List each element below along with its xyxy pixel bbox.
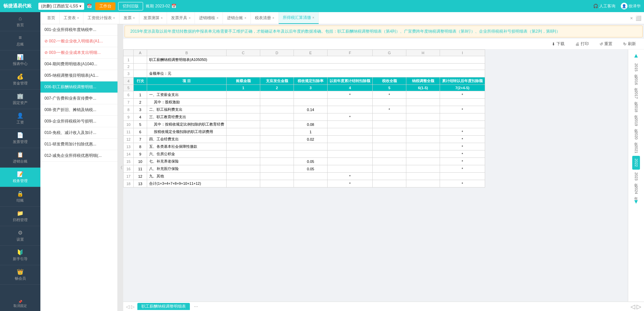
year-2019[interactable]: 2019年	[632, 115, 640, 129]
tab-purchase[interactable]: 进销稽核 ×	[195, 12, 223, 24]
ledger-icon: ≡	[19, 35, 22, 41]
form-list-item-001[interactable]: 001-企业所得税年度纳税申...	[40, 24, 117, 36]
year-2017[interactable]: 2017年	[632, 88, 640, 101]
switch-old-button[interactable]: 切到旧版	[118, 2, 143, 10]
bottom-nav-right[interactable]: ▷	[637, 303, 641, 310]
bottom-scroll-left[interactable]: ◁	[126, 304, 130, 309]
support-link[interactable]: 🎧 人工客询	[593, 3, 615, 9]
sidebar-item-member[interactable]: 👑 畅会员	[0, 265, 40, 285]
form-list-item-012[interactable]: 012-减免企业所得税优惠明细(...	[40, 150, 117, 162]
tab-maximize-icon[interactable]: ⬜	[636, 15, 641, 21]
col-f-header: F	[328, 50, 373, 56]
tab-purchase-ledger[interactable]: 进销台账 ×	[223, 12, 251, 24]
user-avatar[interactable]: 👤 徐泽华	[621, 3, 641, 9]
sidebar-item-archive[interactable]: 📁 归档管理	[0, 207, 40, 226]
print-button[interactable]: 🖨 打印	[573, 40, 591, 48]
tab-close-all-icon[interactable]: ×	[630, 15, 633, 21]
form-list-item-010[interactable]: 010-免税、减计收入及加计...	[40, 127, 117, 139]
year-2024[interactable]: 2024年	[632, 183, 640, 197]
sidebar-item-salary[interactable]: 👤 工资	[0, 109, 40, 129]
period-calendar-icon[interactable]: 📅	[171, 4, 176, 8]
form-list-item-002[interactable]: ⊘ 002-一般企业收入明细表(A1...	[40, 36, 117, 47]
tab-tax-clear[interactable]: 税表清册 ×	[251, 12, 279, 24]
header-c2: 支应发生金额	[260, 77, 294, 85]
tab-close-purchase-ledger[interactable]: ×	[244, 16, 246, 20]
sidebar-item-report[interactable]: 📊 报表中心	[0, 50, 40, 70]
tab-salary[interactable]: 工资表 ×	[60, 12, 83, 24]
form-list-item-011[interactable]: 011-研发费用加计扣除优惠...	[40, 139, 117, 150]
year-nav-up[interactable]: ▲	[632, 51, 641, 61]
form-list-item-008[interactable]: 008-资产折旧、摊销及纳税...	[40, 104, 117, 116]
tab-salary-stat[interactable]: 工资统计报表 ×	[83, 12, 120, 24]
calendar-icon[interactable]: 📅	[87, 4, 92, 8]
form-list-item-006[interactable]: 006-职工薪酬纳税调整明细...	[40, 81, 117, 93]
collapse-panel-btn[interactable]: 《	[118, 24, 123, 311]
tab-close-income-tax[interactable]: ×	[312, 16, 314, 20]
row-num-4: 4	[124, 77, 134, 85]
tab-close-invoice-calc[interactable]: ×	[161, 16, 163, 20]
form-list-item-004[interactable]: 004-期间费用明细表(A1040...	[40, 59, 117, 70]
form-list-item-009[interactable]: 009-企业所得税税补亏损明...	[40, 116, 117, 127]
sidebar-item-sales[interactable]: 📋 进销台账	[0, 148, 40, 168]
reset-button[interactable]: ↺ 重置	[597, 40, 615, 48]
table-row: 6 1 一、工资薪金支出 * * *	[124, 91, 485, 99]
year-2016[interactable]: 2016年	[632, 74, 640, 88]
year-2018[interactable]: 2018年	[632, 101, 640, 115]
tab-close-purchase[interactable]: ×	[216, 16, 218, 20]
cell-1a[interactable]	[134, 56, 147, 64]
year-2022[interactable]: 2022年	[632, 156, 640, 169]
tab-close-tax-clear[interactable]: ×	[272, 16, 274, 20]
content-area: 首页 工资表 × 工资统计报表 × 发票 × 发票测算 × 发票开具 × 进销稽…	[40, 12, 644, 311]
pin-icon: 📌	[18, 300, 22, 304]
sidebar-item-guide[interactable]: 🔰 新手引导	[0, 246, 40, 265]
sidebar-item-label: 首页	[16, 23, 24, 28]
sidebar-item-invoice[interactable]: 📄 发票管理	[0, 129, 40, 148]
top-bar: 畅捷通易代账 (勿删) 江西皓宝-LSS ▾ 📅 工作台 切到旧版 账期 202…	[0, 0, 644, 12]
year-2015[interactable]: 2015年	[632, 61, 640, 74]
tab-invoice[interactable]: 发票 ×	[120, 12, 139, 24]
cell-2b[interactable]	[147, 64, 485, 70]
tab-close-invoice-open[interactable]: ×	[189, 16, 191, 20]
sidebar-item-ledger[interactable]: ≡ 总账	[0, 31, 40, 50]
year-2020[interactable]: 2020年	[632, 129, 640, 142]
cell-3a[interactable]	[134, 70, 147, 77]
refresh-button[interactable]: ↻ 刷新	[620, 40, 639, 48]
year-2021[interactable]: 2021年	[632, 142, 640, 156]
invoice-icon: 📄	[17, 132, 24, 138]
sales-icon: 📋	[17, 151, 24, 158]
form-list-item-005[interactable]: 005-纳税调整项目明细表(A1...	[40, 70, 117, 81]
form-list-item-007[interactable]: 007-广告费和业务宣传费申...	[40, 93, 117, 104]
sidebar-item-label: 进销台账	[13, 159, 28, 164]
report-icon: 📊	[17, 54, 24, 60]
sidebar-item-settings[interactable]: ⚙ 设置	[0, 226, 40, 246]
tab-income-tax[interactable]: 所得税汇算清缴 ×	[279, 12, 319, 24]
tab-close-salary[interactable]: ×	[77, 16, 79, 20]
spreadsheet-main[interactable]: A B C D E F G H I	[123, 49, 628, 302]
tab-close-invoice[interactable]: ×	[133, 16, 135, 20]
bottom-scroll-right[interactable]: ▷	[131, 304, 135, 309]
workspace-button[interactable]: 工作台	[95, 2, 115, 10]
bottom-nav-left[interactable]: ◁	[631, 303, 635, 310]
sidebar-item-tax[interactable]: 📝 税务管理	[0, 168, 40, 187]
tab-invoice-calc[interactable]: 发票测算 ×	[139, 12, 167, 24]
year-nav-down[interactable]: ▼	[632, 197, 641, 207]
tab-close-salary-stat[interactable]: ×	[113, 16, 115, 20]
sidebar-item-capital[interactable]: 💰 资金管理	[0, 70, 40, 90]
sidebar-item-asset[interactable]: 🏢 固定资产	[0, 90, 40, 109]
cell-2a[interactable]	[134, 64, 147, 70]
warning-text: 2019年度涉及取以前年度结转数据的申报表单元格需要手工维护正确，才能确证本年及…	[130, 29, 560, 34]
right-panel: 2019年度涉及取以前年度结转数据的申报表单元格需要手工维护正确，才能确证本年及…	[123, 24, 644, 311]
tab-home[interactable]: 首页	[43, 12, 60, 24]
cancel-fixed-btn[interactable]: 📌 取消固定	[0, 297, 40, 311]
table-row: 7 2 其中：股权激励	[124, 99, 485, 106]
download-button[interactable]: ⬇ 下载	[549, 40, 567, 48]
sidebar-item-label: 发票管理	[13, 139, 28, 144]
sidebar-item-close[interactable]: 🔒 结账	[0, 187, 40, 207]
company-selector[interactable]: (勿删) 江西皓宝-LSS ▾	[38, 3, 84, 10]
year-2023[interactable]: 2023年	[632, 170, 640, 183]
sidebar-item-home[interactable]: ⌂ 首页	[0, 12, 40, 31]
tab-invoice-open[interactable]: 发票开具 ×	[167, 12, 195, 24]
row-num-header	[124, 50, 134, 56]
form-list-item-003[interactable]: ⊘ 003-一般企业成本支出明细...	[40, 47, 117, 59]
bottom-tab-salary-adjust[interactable]: 职工薪酬纳税调整明细表	[137, 303, 190, 310]
